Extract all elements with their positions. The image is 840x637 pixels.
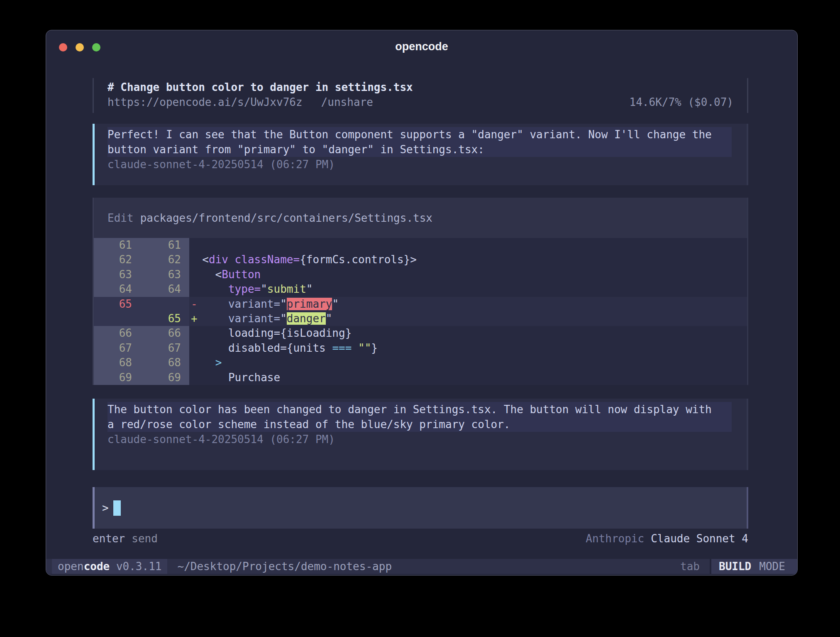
opencode-window: opencode # Change button color to danger… — [46, 30, 798, 576]
status-bar: opencode v0.3.11 ~/Desktop/Projects/demo… — [46, 559, 797, 574]
app-name-prefix: open — [58, 560, 84, 573]
window-titlebar: opencode — [46, 30, 797, 62]
app-version-chip: opencode v0.3.11 — [52, 559, 167, 574]
window-title: opencode — [46, 40, 797, 53]
working-directory: ~/Desktop/Projects/demo-notes-app — [177, 560, 392, 573]
line-number-old: 69 — [94, 370, 132, 385]
unshare-command[interactable]: /unshare — [321, 95, 373, 110]
diff-row: 6363 <Button — [94, 267, 747, 282]
diff-code-line: <Button — [189, 267, 747, 282]
model-label: Claude Sonnet 4 — [651, 531, 748, 546]
edit-tool-label: Edit — [107, 212, 134, 224]
diff-row: 6464 type="submit" — [94, 282, 747, 296]
line-number-old: 61 — [94, 238, 132, 252]
provider-label: Anthropic — [586, 531, 644, 546]
line-number-old: 67 — [94, 341, 132, 355]
app-version: v0.3.11 — [110, 560, 161, 573]
line-number-new: 69 — [132, 370, 189, 385]
diff-row: 6767 disabled={units === ""} — [94, 341, 747, 355]
diff-code-line: + variant="danger" — [189, 311, 747, 326]
diff-row: 6262 <div className={formCs.controls}> — [94, 252, 747, 267]
line-number-new: 66 — [132, 326, 189, 341]
hint-row: enter send Anthropic Claude Sonnet 4 — [93, 531, 748, 546]
assistant-message: Perfect! I can see that the Button compo… — [93, 124, 748, 185]
send-hint: send — [132, 531, 158, 546]
diff-code-line: type="submit" — [189, 282, 747, 296]
diff-code-line: - variant="primary" — [189, 297, 747, 311]
diff-row: 65+ variant="danger" — [94, 311, 747, 326]
diff-code-line: Purchase — [189, 370, 747, 385]
mode-toggle-chip[interactable]: BUILD MODE — [711, 559, 797, 574]
edit-tool-card: Edit packages/frontend/src/containers/Se… — [93, 198, 748, 385]
context-stats: 14.6K/7% ($0.07) — [630, 95, 733, 110]
line-number-old: 63 — [94, 267, 132, 282]
line-number-old: 65 — [94, 297, 132, 311]
diff-row: 6161 — [94, 238, 747, 252]
diff-view: 61616262 <div className={formCs.controls… — [94, 238, 747, 385]
tab-key-hint: tab — [680, 560, 700, 573]
text-cursor — [113, 500, 121, 516]
chat-input[interactable]: > — [93, 487, 748, 529]
line-number-new: 68 — [132, 355, 189, 370]
line-number-new: 63 — [132, 267, 189, 282]
model-timestamp: claude-sonnet-4-20250514 (06:27 PM) — [107, 432, 732, 447]
line-number-old: 62 — [94, 252, 132, 267]
mode-name: BUILD — [719, 560, 751, 573]
diff-row: 6666 loading={isLoading} — [94, 326, 747, 341]
diff-code-line: loading={isLoading} — [189, 326, 747, 341]
line-number-new: 65 — [132, 311, 189, 326]
diff-code-line: disabled={units === ""} — [189, 341, 747, 355]
enter-key-hint: enter — [93, 531, 125, 546]
diff-row: 6868 > — [94, 355, 747, 370]
removed-line-marker: - — [191, 297, 198, 311]
edit-tool-header: Edit packages/frontend/src/containers/Se… — [94, 198, 747, 238]
edit-file-path: packages/frontend/src/containers/Setting… — [140, 212, 432, 224]
assistant-message-text: The button color has been changed to dan… — [107, 402, 732, 432]
diff-code-line: > — [189, 355, 747, 370]
line-number-new — [132, 297, 189, 311]
model-timestamp: claude-sonnet-4-20250514 (06:27 PM) — [107, 157, 732, 172]
added-line-marker: + — [191, 311, 198, 326]
line-number-old: 64 — [94, 282, 132, 296]
line-number-new: 62 — [132, 252, 189, 267]
diff-code-line — [189, 238, 747, 252]
line-number-new: 67 — [132, 341, 189, 355]
assistant-message: The button color has been changed to dan… — [93, 399, 748, 470]
line-number-old — [94, 311, 132, 326]
share-url-link[interactable]: https://opencode.ai/s/UwJxv76z — [107, 95, 303, 110]
diff-row: 65- variant="primary" — [94, 297, 747, 311]
mode-word: MODE — [759, 560, 785, 573]
app-name-suffix: code — [84, 560, 110, 573]
line-number-old: 66 — [94, 326, 132, 341]
line-number-new: 64 — [132, 282, 189, 296]
diff-code-line: <div className={formCs.controls}> — [189, 252, 747, 267]
assistant-message-text: Perfect! I can see that the Button compo… — [107, 127, 732, 157]
session-header: # Change button color to danger in setti… — [93, 78, 748, 113]
session-title: # Change button color to danger in setti… — [107, 80, 733, 95]
line-number-new: 61 — [132, 238, 189, 252]
line-number-old: 68 — [94, 355, 132, 370]
diff-row: 6969 Purchase — [94, 370, 747, 385]
prompt-symbol: > — [102, 502, 109, 514]
